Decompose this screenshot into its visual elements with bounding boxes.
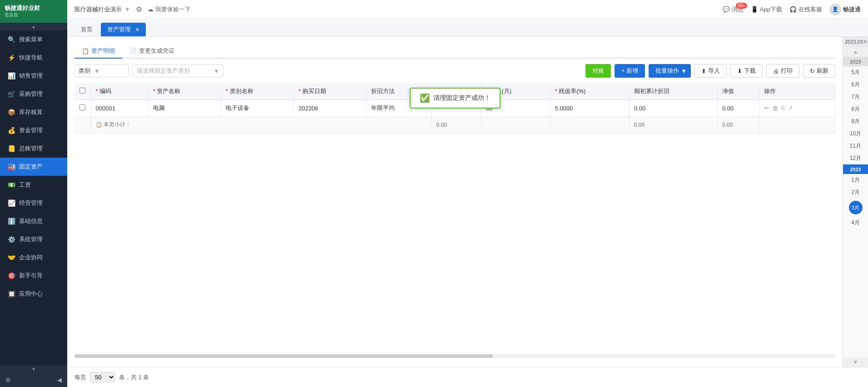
timeline-month-3-current[interactable]: 3月	[843, 198, 868, 217]
settings-icon[interactable]: ⚙	[5, 377, 11, 383]
refresh-button[interactable]: ↻ 刷新	[803, 64, 835, 78]
settings-gear-icon[interactable]: ⚙	[136, 5, 142, 14]
sidebar-item-label: 基础信息	[19, 217, 43, 225]
sidebar-item-purchase[interactable]: 🛒 采购管理	[0, 85, 67, 103]
sidebar-item-label: 总账管理	[19, 144, 43, 153]
sidebar-item-inventory[interactable]: 📦 库存核算	[0, 103, 67, 121]
subtab-asset-detail[interactable]: 📋 资产明细	[74, 44, 122, 59]
timeline-month-11[interactable]: 11月	[843, 140, 868, 152]
headset-icon: 🎧	[789, 6, 797, 13]
timeline-month-7[interactable]: 7月	[843, 91, 868, 103]
category-placeholder: 请选择固定资产类别	[137, 67, 190, 75]
sidebar-item-label: 新手引导	[19, 272, 43, 280]
timeline-items: 2023 5月 6月 7月 8月 9月 10月 11月 12月 2023 1月 …	[843, 57, 868, 357]
th-code: * 编码	[91, 83, 148, 100]
sidebar-item-search[interactable]: 🔍 搜索菜单	[0, 30, 67, 49]
timeline-header: 2023.03 ✕ ⤢	[843, 37, 868, 47]
topbar: 医疗器械行业演示 ▼ ⚙ ☁ 我要体验一下 💬 消息 99+ 📱 App下载 🎧…	[67, 0, 868, 19]
sidebar-item-label: 企业协同	[19, 253, 43, 262]
sidebar-item-new-guide[interactable]: 🎯 新手引导	[0, 267, 67, 285]
download-label: 下载	[744, 67, 756, 75]
category-select[interactable]: 请选择固定资产类别 ▼	[133, 64, 223, 77]
sidebar-item-operations[interactable]: 📈 经营管理	[0, 194, 67, 212]
sidebar-item-label: 快捷导航	[19, 54, 43, 62]
sidebar-item-system[interactable]: ⚙️ 系统管理	[0, 230, 67, 248]
copy-icon[interactable]: ⎘	[781, 104, 785, 112]
timeline-scroll-down-btn[interactable]: ▼	[843, 357, 868, 367]
sidebar-scroll-down[interactable]: ▼	[0, 365, 67, 373]
app-download-btn[interactable]: 📱 App下载	[751, 5, 782, 14]
enterprise-icon: 🤝	[7, 254, 15, 261]
sidebar-item-payroll[interactable]: 💵 工资	[0, 176, 67, 194]
td-purchase-date: 202206	[294, 100, 367, 117]
timeline-month-2[interactable]: 2月	[843, 186, 868, 198]
success-toast: ✅ 清理固定资产成功！	[410, 88, 501, 109]
tab-close-icon[interactable]: ✕	[135, 27, 139, 32]
reconcile-button[interactable]: 对账	[585, 64, 611, 78]
sidebar-item-funds[interactable]: 💰 资金管理	[0, 121, 67, 139]
sidebar-item-ledger[interactable]: 📒 总账管理	[0, 139, 67, 158]
timeline-month-6[interactable]: 6月	[843, 79, 868, 91]
fixed-assets-icon: 🏭	[7, 163, 15, 170]
timeline-month-9[interactable]: 9月	[843, 115, 868, 128]
import-label: 导入	[708, 67, 720, 75]
refresh-label: 刷新	[817, 67, 828, 75]
import-button[interactable]: ⬆ 导入	[694, 64, 727, 78]
sidebar-item-app-center[interactable]: 🔲 应用中心	[0, 285, 67, 303]
online-service-btn[interactable]: 🎧 在线客服	[789, 5, 822, 14]
new-button[interactable]: + 新增	[615, 64, 645, 78]
delete-icon[interactable]: 🗑	[772, 104, 779, 112]
asset-table-wrap: * 编码 * 资产名称 * 类别名称 * 购买日期 折旧方法 * 原值 * 期限…	[74, 83, 835, 354]
sidebar-item-label: 经营管理	[19, 199, 43, 207]
th-purchase-date: * 购买日期	[294, 83, 367, 100]
category-filter[interactable]: 类别 ▼	[74, 64, 129, 77]
batch-ops-button[interactable]: 批量操作 ▼	[649, 64, 691, 78]
tab-asset-management[interactable]: 资产管理 ✕	[101, 23, 146, 36]
timeline-month-1[interactable]: 1月	[843, 174, 868, 186]
timeline-month-10[interactable]: 10月	[843, 128, 868, 140]
sidebar-item-label: 系统管理	[19, 235, 43, 243]
pagination: 每页 50 100 条，共 1 条	[67, 367, 868, 387]
timeline-month-8[interactable]: 8月	[843, 103, 868, 115]
sidebar: 畅捷通好业财 普及版 ▲ 🔍 搜索菜单 ⚡ 快捷导航 📊 销售管理 🛒 采购管理…	[0, 0, 67, 387]
app-edition: 普及版	[5, 12, 40, 18]
sidebar-item-fixed-assets[interactable]: 🏭 固定资产	[0, 158, 67, 176]
timeline-scroll-up-btn[interactable]: ▲	[843, 47, 868, 57]
per-page-select[interactable]: 50 100	[90, 372, 115, 382]
category-label: 类别	[79, 67, 90, 75]
subtotal-original: 0.00	[432, 117, 481, 133]
tab-home[interactable]: 首页	[74, 23, 99, 36]
timeline-year-bar: 2023	[843, 57, 868, 66]
sidebar-item-sales[interactable]: 📊 销售管理	[0, 67, 67, 85]
messages-btn[interactable]: 💬 消息 99+	[723, 5, 744, 14]
row-checkbox[interactable]	[79, 104, 85, 110]
sidebar-item-quick-nav[interactable]: ⚡ 快捷导航	[0, 49, 67, 67]
cloud-icon: ☁	[148, 6, 154, 13]
edit-icon[interactable]: ✏	[764, 104, 769, 112]
subtab-change-voucher[interactable]: 📄 变更生成凭证	[122, 44, 182, 59]
timeline-month-12[interactable]: 12月	[843, 152, 868, 164]
timeline-close-icon[interactable]: ✕	[863, 39, 868, 45]
sidebar-scroll-up[interactable]: ▲	[0, 23, 67, 30]
experience-btn[interactable]: ☁ 我要体验一下	[148, 5, 191, 14]
horizontal-scrollbar[interactable]	[74, 354, 835, 358]
sidebar-item-basic-info[interactable]: ℹ️ 基础信息	[0, 212, 67, 230]
timeline-controls: ✕ ⤢	[863, 39, 868, 45]
timeline-month-4[interactable]: 4月	[843, 217, 868, 229]
user-menu[interactable]: 👤 畅捷通	[829, 4, 861, 15]
sidebar-item-label: 工资	[19, 181, 31, 189]
company-selector[interactable]: 医疗器械行业演示 ▼	[74, 5, 130, 14]
print-button[interactable]: 🖨 打印	[766, 64, 799, 78]
download-button[interactable]: ⬇ 下载	[730, 64, 763, 78]
toolbar: 类别 ▼ 请选择固定资产类别 ▼ 对账 + 新增 批量操作 ▼	[74, 64, 835, 78]
scrollbar-thumb	[74, 354, 493, 358]
th-residual-rate: * 残值率(%)	[550, 83, 629, 100]
td-name: 电脑	[148, 100, 221, 117]
collapse-icon[interactable]: ◀	[57, 377, 62, 383]
more-icon[interactable]: ↗	[788, 104, 793, 112]
select-all-checkbox[interactable]	[79, 88, 85, 94]
timeline-year-2023-bar: 2023	[843, 164, 868, 174]
td-checkbox	[74, 100, 91, 117]
sidebar-item-enterprise[interactable]: 🤝 企业协同	[0, 248, 67, 267]
timeline-month-5[interactable]: 5月	[843, 66, 868, 79]
